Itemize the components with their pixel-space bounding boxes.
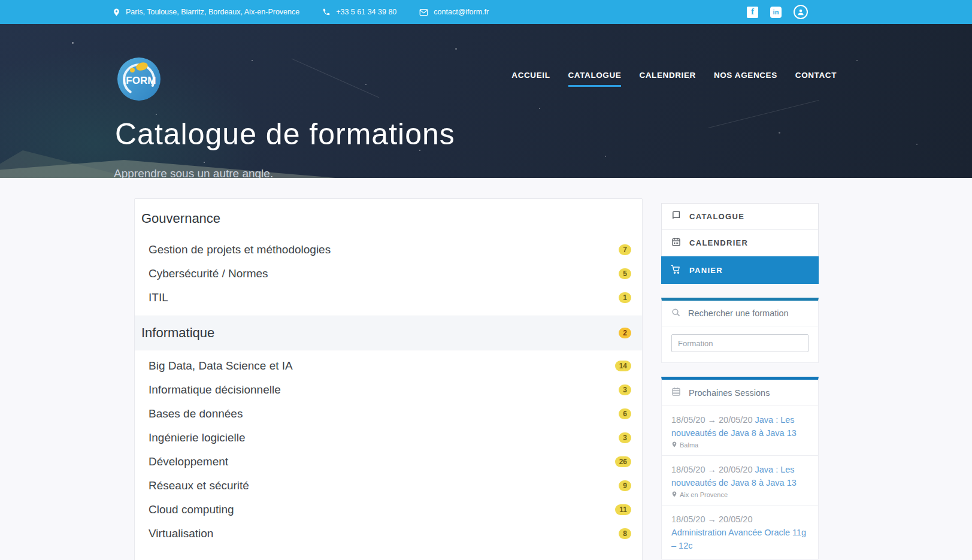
session-item: 18/05/20 → 20/05/20 Java : Les nouveauté… [662,406,818,456]
category-item[interactable]: Cybersécurité / Normes5 [135,262,642,286]
category-header[interactable]: Gouvernance [135,199,642,234]
category-item-label: Cloud computing [149,503,234,516]
calendar-icon [671,237,681,249]
facebook-icon[interactable]: f [747,7,758,18]
session-location-text: Aix en Provence [680,491,728,498]
session-text: 18/05/20 → 20/05/20 Java : Les nouveauté… [671,413,809,440]
item-count-badge: 14 [615,361,631,371]
main-nav: ACCUEILCATALOGUECALENDRIERNOS AGENCESCON… [511,71,837,87]
category-item-label: Virtualisation [149,527,213,540]
category-items: Gestion de projets et méthodologies7Cybe… [135,234,642,316]
category-item-label: Réseaux et sécurité [149,479,249,492]
topbar-locations: Paris, Toulouse, Biarritz, Bordeaux, Aix… [113,8,299,16]
session-text: 18/05/20 → 20/05/20 Administration Avanc… [671,513,809,552]
item-count-badge: 3 [619,432,631,443]
item-count-badge: 9 [619,480,631,491]
nav-item-contact[interactable]: CONTACT [795,71,837,87]
category-item[interactable]: Gestion de projets et méthodologies7 [135,238,642,262]
topbar: Paris, Toulouse, Biarritz, Bordeaux, Aix… [0,0,972,24]
category-header[interactable]: Informatique2 [135,316,642,350]
category-item[interactable]: ITIL1 [135,286,642,310]
iform-logo[interactable]: iFORM [117,57,161,101]
session-dates: 18/05/20 → 20/05/20 [671,514,752,524]
topbar-phone[interactable]: +33 5 61 34 39 80 [322,8,396,16]
calendar-icon [671,387,681,398]
category-item[interactable]: Développement26 [135,450,642,474]
page-title: Catalogue de formations [115,117,455,152]
search-input[interactable] [671,334,809,352]
category-item[interactable]: Informatique décisionnelle3 [135,378,642,402]
session-location: Balma [671,441,809,449]
category-item[interactable]: Big Data, Data Science et IA14 [135,354,642,378]
sidebar-menu: CATALOGUECALENDRIERPANIER [661,203,819,284]
category-item-label: Gestion de projets et méthodologies [149,243,331,256]
sidebar: CATALOGUECALENDRIERPANIER Rechercher une… [661,203,819,559]
category-item-label: Big Data, Data Science et IA [149,359,293,373]
envelope-icon [419,8,428,16]
category-item[interactable]: Virtualisation8 [135,522,642,546]
sidebar-menu-label: PANIER [689,266,723,275]
category-item[interactable]: Réseaux et sécurité9 [135,474,642,498]
session-dates: 18/05/20 → 20/05/20 [671,465,752,474]
sidebar-menu-catalogue[interactable]: CATALOGUE [662,204,818,230]
item-count-badge: 26 [615,456,631,467]
map-pin-icon [671,441,677,449]
catalog-section: Informatique2Big Data, Data Science et I… [135,316,642,552]
catalog-section: GouvernanceGestion de projets et méthodo… [135,199,642,316]
linkedin-icon[interactable]: in [770,7,782,18]
sidebar-menu-panier[interactable]: PANIER [661,256,819,284]
item-count-badge: 1 [619,292,631,303]
session-dates: 18/05/20 → 20/05/20 [671,415,752,425]
account-icon[interactable] [794,5,808,19]
sessions-widget: Prochaines Sessions 18/05/20 → 20/05/20 … [661,377,819,559]
search-widget-header: Rechercher une formation [662,301,818,326]
category-title: Gouvernance [141,211,220,226]
session-location-text: Balma [680,441,698,449]
category-title: Informatique [141,325,214,341]
category-count-badge: 2 [619,328,631,338]
phone-icon [322,8,331,16]
hero-header: iFORM ACCUEILCATALOGUECALENDRIERNOS AGEN… [0,24,972,178]
sessions-list: 18/05/20 → 20/05/20 Java : Les nouveauté… [662,406,818,559]
topbar-locations-text: Paris, Toulouse, Biarritz, Bordeaux, Aix… [126,8,299,16]
sessions-widget-title: Prochaines Sessions [689,388,770,398]
category-items: Big Data, Data Science et IA14Informatiq… [135,350,642,552]
category-item[interactable]: Ingénierie logicielle3 [135,426,642,450]
item-count-badge: 7 [619,244,631,255]
category-item-label: ITIL [149,291,168,304]
category-item[interactable]: Bases de données6 [135,402,642,426]
topbar-email[interactable]: contact@iform.fr [419,8,489,16]
sidebar-menu-label: CATALOGUE [689,212,744,221]
category-item-label: Ingénierie logicielle [149,431,246,444]
category-item[interactable]: Cloud computing11 [135,498,642,522]
cart-icon [671,265,681,276]
nav-item-nos-agences[interactable]: NOS AGENCES [714,71,777,87]
search-widget: Rechercher une formation [661,298,819,363]
session-link[interactable]: Administration Avancée Oracle 11g – 12c [671,528,806,550]
search-icon [671,308,680,319]
nav-item-accueil[interactable]: ACCUEIL [511,71,550,87]
sidebar-menu-label: CALENDRIER [689,238,748,247]
map-pin-icon [113,8,120,16]
book-icon [671,211,681,222]
search-widget-title: Rechercher une formation [688,308,789,318]
catalog-card: GouvernanceGestion de projets et méthodo… [134,198,643,560]
item-count-badge: 11 [615,504,631,515]
session-location: Aix en Provence [671,491,809,498]
svg-text:iFORM: iFORM [123,75,156,86]
page: Paris, Toulouse, Biarritz, Bordeaux, Aix… [0,0,972,560]
nav-item-catalogue[interactable]: CATALOGUE [568,71,622,87]
item-count-badge: 5 [619,268,631,279]
topbar-social: f in [747,5,808,19]
map-pin-icon [671,491,677,498]
sidebar-menu-calendrier[interactable]: CALENDRIER [662,230,818,256]
page-subtitle: Apprendre sous un autre angle. [114,167,273,178]
topbar-phone-text: +33 5 61 34 39 80 [336,8,396,16]
nav-item-calendrier[interactable]: CALENDRIER [639,71,696,87]
session-text: 18/05/20 → 20/05/20 Java : Les nouveauté… [671,463,809,489]
item-count-badge: 8 [619,528,631,539]
item-count-badge: 6 [619,408,631,419]
session-item: 18/05/20 → 20/05/20 Java : Les nouveauté… [662,456,818,505]
category-item-label: Développement [149,455,228,468]
category-item-label: Cybersécurité / Normes [149,267,268,280]
